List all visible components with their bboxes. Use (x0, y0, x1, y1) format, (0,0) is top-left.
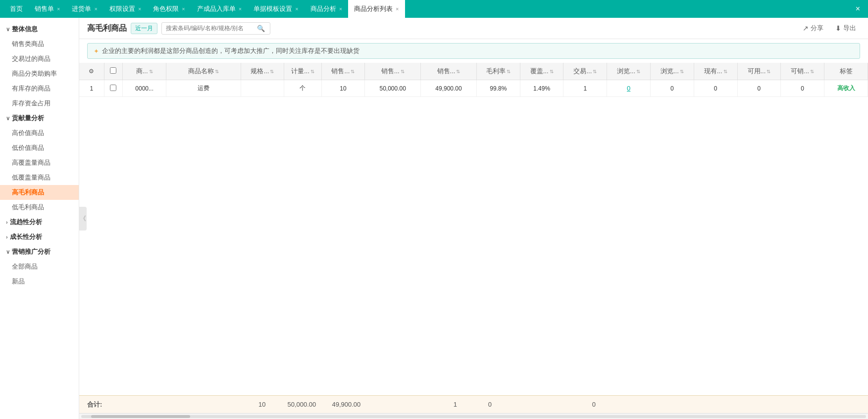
sidebar-item-all-goods[interactable]: 全部商品 (0, 259, 79, 274)
col-stock-available: 可用...⇅ (737, 63, 781, 80)
main-layout: ∨ 整体信息 销售类商品 交易过的商品 商品分类助购率 有库存的商品 库存资金占… (0, 18, 868, 419)
arrow-icon-contribution: ∨ (6, 115, 10, 122)
nav-home[interactable]: 首页 (4, 0, 29, 18)
sidebar-item-category-purchase-rate[interactable]: 商品分类助购率 (0, 66, 79, 81)
sidebar-item-in-stock-goods[interactable]: 有库存的商品 (0, 81, 79, 96)
cell-stock-current: 0 (694, 80, 737, 97)
sort-icon-gross-margin[interactable]: ⇅ (507, 69, 511, 74)
scrollbar-track (81, 415, 866, 418)
nav-product-inbound[interactable]: 产成品入库单 × (191, 0, 248, 18)
arrow-icon-flow: › (6, 219, 8, 225)
row-checkbox[interactable] (110, 85, 116, 91)
col-checkbox[interactable] (104, 63, 123, 80)
cell-stock-saleable: 0 (781, 80, 824, 97)
table-header-row: ⚙ 商...⇅ 商品名称⇅ 规格...⇅ 计量...⇅ 销售...⇅ 销售...… (79, 63, 868, 80)
sort-icon-spec[interactable]: ⇅ (270, 69, 274, 74)
minimize-button[interactable]: × (852, 4, 864, 13)
cell-checkbox[interactable] (104, 80, 123, 97)
page-title: 高毛利商品 (87, 23, 127, 34)
sort-icon-browse2[interactable]: ⇅ (680, 69, 684, 74)
sidebar-item-high-value[interactable]: 高价值商品 (0, 126, 79, 140)
sort-icon-stock-saleable[interactable]: ⇅ (810, 69, 814, 74)
sort-icon-stock-available[interactable]: ⇅ (766, 69, 770, 74)
sidebar-item-high-margin[interactable]: 高毛利商品 (0, 185, 79, 200)
cell-index: 1 (79, 80, 104, 97)
table-row: 1 0000... 运费 个 10 50,000.00 49,900.00 99… (79, 80, 868, 97)
col-browse1: 浏览...⇅ (607, 63, 651, 80)
sidebar-section-flow[interactable]: › 流趋性分析 (0, 215, 79, 230)
sort-icon-sales-qty[interactable]: ⇅ (351, 69, 355, 74)
search-icon[interactable]: 🔍 (257, 25, 265, 32)
table-container[interactable]: ⚙ 商...⇅ 商品名称⇅ 规格...⇅ 计量...⇅ 销售...⇅ 销售...… (79, 63, 868, 395)
cell-name: 运费 (166, 80, 241, 97)
cell-coverage: 1.49% (520, 80, 563, 97)
sidebar-item-low-coverage[interactable]: 低覆盖量商品 (0, 170, 79, 185)
footer-label: 合计: (87, 400, 102, 409)
nav-purchase-order[interactable]: 进货单 × (66, 0, 103, 18)
sidebar-collapse-button[interactable]: 《 (79, 207, 87, 231)
select-all-checkbox[interactable] (110, 67, 116, 74)
close-role-permission[interactable]: × (182, 6, 185, 12)
sidebar-item-low-margin[interactable]: 低毛利商品 (0, 200, 79, 215)
sidebar-section-overall[interactable]: ∨ 整体信息 (0, 22, 79, 37)
sort-icon-browse1[interactable]: ⇅ (636, 69, 640, 74)
sidebar-item-inventory-capital[interactable]: 库存资金占用 (0, 96, 79, 111)
content-header: 高毛利商品 近一月 🔍 ↗ 分享 ⬇ 导出 (79, 18, 868, 39)
cell-browse1[interactable]: 0 (607, 80, 651, 97)
nav-product-analysis[interactable]: 商品分析 × (305, 0, 348, 18)
sidebar-section-growth[interactable]: › 成长性分析 (0, 230, 79, 244)
nav-sales-order[interactable]: 销售单 × (29, 0, 66, 18)
nav-product-analysis-list[interactable]: 商品分析列表 × (348, 0, 405, 18)
cell-browse2: 0 (651, 80, 694, 97)
cell-code: 0000... (123, 80, 166, 97)
sidebar-item-low-value[interactable]: 低价值商品 (0, 140, 79, 155)
close-sales-order[interactable]: × (57, 6, 60, 12)
arrow-icon-growth: › (6, 234, 8, 240)
cell-gross-margin: 99.8% (476, 80, 520, 97)
sidebar-item-sales-goods[interactable]: 销售类商品 (0, 37, 79, 51)
export-button[interactable]: ⬇ 导出 (831, 22, 860, 35)
sidebar-section-marketing[interactable]: ∨ 营销推广分析 (0, 244, 79, 259)
sort-icon-transactions[interactable]: ⇅ (593, 69, 597, 74)
sort-icon-sales-amount[interactable]: ⇅ (401, 69, 405, 74)
col-gross-margin: 毛利率⇅ (476, 63, 520, 80)
close-product-inbound[interactable]: × (239, 6, 242, 12)
col-settings[interactable]: ⚙ (79, 63, 104, 80)
close-template-settings[interactable]: × (295, 6, 298, 12)
goods-table: ⚙ 商...⇅ 商品名称⇅ 规格...⇅ 计量...⇅ 销售...⇅ 销售...… (79, 63, 868, 97)
footer-bar: 合计: 10 50,000.00 49,900.00 1 0 0 (79, 395, 868, 413)
export-icon: ⬇ (835, 24, 841, 32)
close-permission-settings[interactable]: × (138, 6, 141, 12)
sort-icon-sales-profit[interactable]: ⇅ (456, 69, 460, 74)
filter-recent-month-button[interactable]: 近一月 (131, 23, 157, 34)
search-input[interactable] (166, 25, 255, 32)
sidebar-item-new-goods[interactable]: 新品 (0, 274, 79, 289)
sort-icon-stock-current[interactable]: ⇅ (723, 69, 727, 74)
sort-icon-name[interactable]: ⇅ (215, 69, 219, 74)
sidebar-item-high-coverage[interactable]: 高覆盖量商品 (0, 155, 79, 170)
cell-sales-qty: 10 (321, 80, 365, 97)
scrollbar-thumb[interactable] (91, 415, 190, 418)
sidebar-item-traded-goods[interactable]: 交易过的商品 (0, 51, 79, 66)
col-spec: 规格...⇅ (241, 63, 284, 80)
bottom-scrollbar[interactable] (79, 413, 868, 419)
content-area: 《 高毛利商品 近一月 🔍 ↗ 分享 ⬇ 导出 ✦ 企业的主要的利润都是这部分商… (79, 18, 868, 419)
sidebar-section-contribution[interactable]: ∨ 贡献量分析 (0, 111, 79, 126)
sort-icon-unit[interactable]: ⇅ (310, 69, 314, 74)
close-purchase-order[interactable]: × (94, 6, 97, 12)
sort-icon-code[interactable]: ⇅ (149, 69, 153, 74)
col-sales-amount: 销售...⇅ (365, 63, 421, 80)
col-code: 商...⇅ (123, 63, 166, 80)
share-button[interactable]: ↗ 分享 (799, 22, 827, 35)
cell-transactions: 1 (563, 80, 607, 97)
close-product-analysis-list[interactable]: × (396, 6, 399, 12)
close-product-analysis[interactable]: × (339, 6, 342, 12)
nav-template-settings[interactable]: 单据模板设置 × (248, 0, 304, 18)
nav-permission-settings[interactable]: 权限设置 × (103, 0, 147, 18)
footer-transactions: 1 (438, 401, 472, 408)
sort-icon-coverage[interactable]: ⇅ (550, 69, 554, 74)
col-sales-profit: 销售...⇅ (421, 63, 477, 80)
cell-tag: 高收入 (824, 80, 868, 97)
search-box[interactable]: 🔍 (161, 22, 270, 35)
nav-role-permission[interactable]: 角色权限 × (147, 0, 191, 18)
